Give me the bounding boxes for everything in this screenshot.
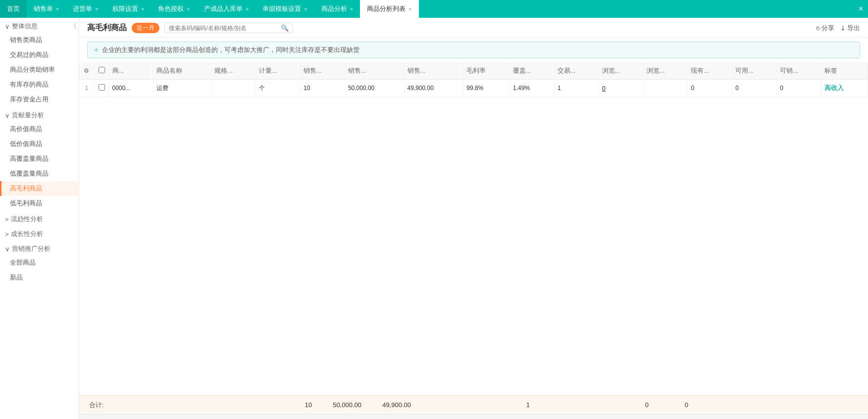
footer-sale-profit: 49,900.00 <box>364 401 414 409</box>
row-gross-margin: 99.8% <box>463 80 510 97</box>
row-sale-profit: 49,900.00 <box>404 80 463 97</box>
col-view2: ⋮ 浏览... <box>643 62 688 80</box>
row-view1[interactable]: 0 <box>599 80 643 97</box>
row-spec <box>211 80 256 97</box>
sidebar-item-all-goods[interactable]: 全部商品 <box>0 255 79 270</box>
col-gross-margin: ⋮ 毛利率 <box>463 62 510 80</box>
nav-template-close[interactable]: × <box>304 6 307 12</box>
sidebar: 《 ∨ 整体信息 销售类商品 交易过的商品 商品分类助销率 有库存的商品 库存资… <box>0 18 79 419</box>
nav-product-analysis-list[interactable]: 商品分析列表 × <box>360 0 418 18</box>
nav-sales[interactable]: 销售单 × <box>27 0 66 18</box>
col-tag: ⋮ 标签 <box>821 62 868 80</box>
col-name: ⋮ 商品名称 <box>153 62 211 80</box>
sidebar-group-contribution[interactable]: ∨ 贡献量分析 <box>0 107 79 122</box>
row-saleable: 0 <box>777 80 821 97</box>
table-header-row: ⚙ ⋮ 商... ⋮ 商品名称 ⋮ 规格... ⋮ 计量... ⋮ 销售... … <box>79 62 868 80</box>
nav-home[interactable]: 首页 <box>0 0 27 18</box>
search-icon[interactable]: 🔍 <box>281 24 289 32</box>
col-view1: ⋮ 浏览... <box>599 62 643 80</box>
row-trade: 1 <box>554 80 599 97</box>
col-checkbox[interactable] <box>94 62 109 80</box>
info-banner: ✧ 企业的主要的利润都是这部分商品创造的，可考虑加大推广，同时关注库存是不要出现… <box>87 42 860 58</box>
nav-product-analysis[interactable]: 商品分析 × <box>314 0 360 18</box>
nav-product-stock[interactable]: 产成品入库单 × <box>197 0 255 18</box>
col-trade: ⋮ 交易... <box>554 62 599 80</box>
info-icon: ✧ <box>94 47 99 54</box>
footer-total: 合计: 10 50,000.00 49,900.00 1 0 0 <box>79 395 868 414</box>
content-area: 高毛利商品 近一月 🔍 ⎋ 分享 ⤓ 导出 ✧ 企业的主要的利润都是这部分商品创… <box>79 18 868 419</box>
data-table: ⚙ ⋮ 商... ⋮ 商品名称 ⋮ 规格... ⋮ 计量... ⋮ 销售... … <box>79 62 868 97</box>
col-current-stock: ⋮ 现有... <box>688 62 732 80</box>
row-coverage: 1.49% <box>510 80 555 97</box>
nav-product-analysis-close[interactable]: × <box>350 6 353 12</box>
col-unit: ⋮ 计量... <box>256 62 301 80</box>
col-available-stock: ⋮ 可用... <box>732 62 777 80</box>
footer-sale-amount: 50,000.00 <box>315 401 364 409</box>
export-button[interactable]: ⤓ 导出 <box>840 24 860 33</box>
sidebar-item-new-goods[interactable]: 新品 <box>0 270 79 285</box>
sidebar-group-marketing[interactable]: ∨ 营销推广分析 <box>0 240 79 255</box>
sidebar-item-traded-goods[interactable]: 交易过的商品 <box>0 47 79 62</box>
col-sale-qty: ⋮ 销售... <box>301 62 345 80</box>
sidebar-item-low-coverage[interactable]: 低覆盖量商品 <box>0 166 79 181</box>
footer-trade: 1 <box>493 401 533 409</box>
sidebar-group-trend[interactable]: > 流趋性分析 <box>0 211 79 226</box>
nav-purchase[interactable]: 进货单 × <box>66 0 105 18</box>
group-arrow-contribution: ∨ <box>5 112 10 119</box>
col-gear[interactable]: ⚙ <box>79 62 94 80</box>
bottom-scrollbar[interactable] <box>79 414 868 419</box>
col-sale-amount: ⋮ 销售... <box>345 62 404 80</box>
close-all-button[interactable]: × <box>859 4 863 13</box>
row-sale-qty: 10 <box>301 80 345 97</box>
share-button[interactable]: ⎋ 分享 <box>816 24 834 33</box>
export-icon: ⤓ <box>840 24 846 32</box>
nav-purchase-close[interactable]: × <box>95 6 98 12</box>
row-tag: 高收入 <box>821 80 868 97</box>
row-current-stock: 0 <box>688 80 732 97</box>
group-arrow-trend: > <box>5 216 9 223</box>
search-input[interactable] <box>169 25 281 32</box>
sidebar-item-high-margin[interactable]: 高毛利商品 <box>0 181 79 196</box>
row-num: 1 <box>79 80 94 97</box>
sidebar-item-high-coverage[interactable]: 高覆盖量商品 <box>0 151 79 166</box>
footer-current-stock: 0 <box>612 401 652 409</box>
row-name: 运费 <box>153 80 211 97</box>
sidebar-item-low-margin[interactable]: 低毛利商品 <box>0 196 79 211</box>
col-sale-profit: ⋮ 销售... <box>404 62 463 80</box>
nav-template[interactable]: 单据模板设置 × <box>255 0 314 18</box>
nav-role[interactable]: 角色授权 × <box>151 0 197 18</box>
table-wrapper: ⚙ ⋮ 商... ⋮ 商品名称 ⋮ 规格... ⋮ 计量... ⋮ 销售... … <box>79 62 868 395</box>
table-row: 1 0000... 运费 个 10 50,000.00 49,900.00 99… <box>79 80 868 97</box>
nav-permission[interactable]: 权限设置 × <box>105 0 151 18</box>
sidebar-group-overall[interactable]: ∨ 整体信息 <box>0 18 79 33</box>
nav-role-close[interactable]: × <box>187 6 190 12</box>
sidebar-item-high-value[interactable]: 高价值商品 <box>0 122 79 137</box>
col-coverage: ⋮ 覆盖... <box>510 62 555 80</box>
footer-label: 合计: <box>87 401 166 410</box>
col-saleable: ⋮ 可销... <box>777 62 821 80</box>
nav-product-stock-close[interactable]: × <box>246 6 249 12</box>
sidebar-item-low-value[interactable]: 低价值商品 <box>0 137 79 151</box>
sidebar-item-category-rate[interactable]: 商品分类助销率 <box>0 62 79 77</box>
col-code: ⋮ 商... <box>109 62 153 80</box>
nav-sales-close[interactable]: × <box>56 6 59 12</box>
row-unit: 个 <box>256 80 301 97</box>
sidebar-item-stock-capital[interactable]: 库存资金占用 <box>0 92 79 107</box>
select-all-checkbox[interactable] <box>99 67 105 73</box>
row-available-stock: 0 <box>732 80 777 97</box>
col-spec: ⋮ 规格... <box>211 62 256 80</box>
sidebar-collapse-button[interactable]: 《 <box>70 22 77 31</box>
row-checkbox[interactable] <box>94 80 109 97</box>
nav-product-analysis-list-close[interactable]: × <box>408 6 411 12</box>
group-arrow-growth: > <box>5 231 9 238</box>
sidebar-item-sales-goods[interactable]: 销售类商品 <box>0 33 79 47</box>
search-box: 🔍 <box>164 23 293 33</box>
sidebar-group-growth[interactable]: > 成长性分析 <box>0 226 79 240</box>
footer-sale-qty: 10 <box>275 401 315 409</box>
top-navigation: 首页 销售单 × 进货单 × 权限设置 × 角色授权 × 产成品入库单 × 单据… <box>0 0 868 18</box>
page-title: 高毛利商品 <box>87 23 127 33</box>
sidebar-item-in-stock[interactable]: 有库存的商品 <box>0 77 79 92</box>
content-header: 高毛利商品 近一月 🔍 ⎋ 分享 ⤓ 导出 <box>79 18 868 38</box>
nav-permission-close[interactable]: × <box>141 6 144 12</box>
filter-month-button[interactable]: 近一月 <box>132 23 159 33</box>
